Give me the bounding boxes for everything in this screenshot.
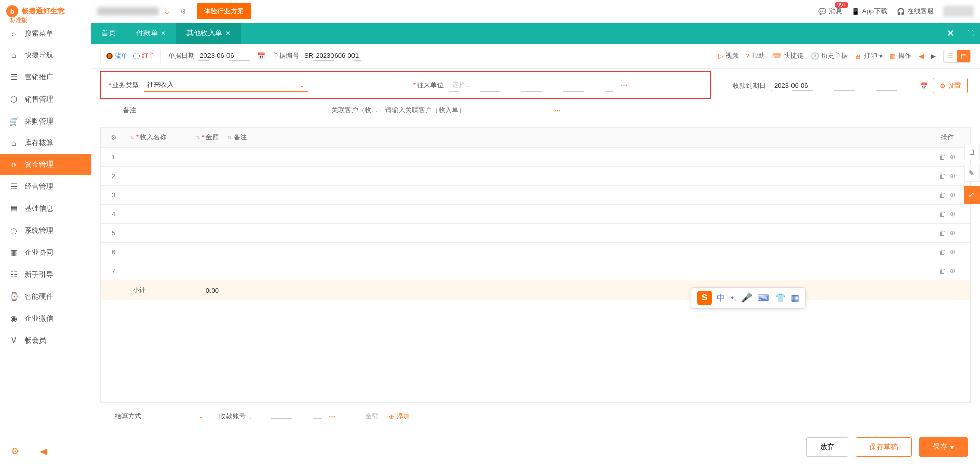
help-button[interactable]: ?帮助: [746, 51, 765, 60]
org-gear-icon[interactable]: ⚙: [180, 8, 186, 15]
close-icon[interactable]: ✕: [161, 30, 166, 37]
discard-button[interactable]: 放弃: [806, 437, 848, 457]
relcust-more-icon[interactable]: ⋯: [551, 107, 565, 114]
biztype-select[interactable]: 往来收入 ⌄: [144, 78, 308, 92]
delete-row-icon[interactable]: 🗑: [939, 248, 946, 256]
table-row[interactable]: 1🗑⊕: [101, 148, 970, 167]
view-card-button[interactable]: ▤: [957, 50, 970, 62]
tab-label: 其他收入单: [186, 29, 222, 38]
messages-button[interactable]: 💬 消息 99+: [818, 7, 842, 16]
expand-tool-icon[interactable]: ⤢: [964, 186, 980, 204]
red-bill-radio[interactable]: 红单: [133, 51, 155, 60]
settings-gear-icon[interactable]: ⚙: [11, 446, 19, 457]
ime-punct-icon[interactable]: •,: [731, 293, 736, 303]
sidebar-item[interactable]: ☰经营管理: [0, 175, 91, 197]
ime-logo-icon[interactable]: S: [697, 291, 712, 305]
table-row[interactable]: 4🗑⊕: [101, 205, 970, 224]
view-list-button[interactable]: ☰: [944, 50, 957, 62]
ime-keyboard-icon[interactable]: ⌨: [757, 293, 770, 304]
calendar-icon[interactable]: 📅: [257, 52, 265, 60]
video-button[interactable]: ▷视频: [718, 51, 739, 60]
close-all-tabs-icon[interactable]: ✕: [941, 28, 961, 39]
ime-menu-icon[interactable]: ▦: [791, 293, 799, 304]
note-tool-icon[interactable]: 🗒: [964, 144, 980, 160]
table-row[interactable]: 7🗑⊕: [101, 261, 970, 280]
print-button[interactable]: 🖨打印 ▾: [855, 51, 883, 60]
sidebar-item[interactable]: ☰营销推广: [0, 66, 91, 88]
calendar-icon[interactable]: 📅: [920, 82, 928, 90]
ime-lang[interactable]: 中: [717, 292, 725, 304]
doc-date-value[interactable]: 2023-06-06: [198, 51, 254, 61]
add-row-icon[interactable]: ⊕: [950, 248, 956, 256]
add-row-icon[interactable]: ⊕: [950, 267, 956, 275]
edition-label: 标准版: [10, 16, 27, 24]
sidebar-item[interactable]: ▤基础信息: [0, 197, 91, 219]
table-row[interactable]: 2🗑⊕: [101, 167, 970, 186]
delete-row-icon[interactable]: 🗑: [939, 229, 946, 237]
add-row-icon[interactable]: ⊕: [950, 191, 956, 199]
sidebar-item[interactable]: ☷新手引导: [0, 264, 91, 286]
add-row-icon[interactable]: ⊕: [950, 229, 956, 237]
sort-icon[interactable]: ⇅: [130, 135, 134, 140]
delete-row-icon[interactable]: 🗑: [939, 210, 946, 218]
history-button[interactable]: 🕘历史单据: [811, 51, 848, 60]
settle-acct-more-icon[interactable]: ⋯: [326, 413, 340, 420]
ops-button[interactable]: ▦操作: [890, 51, 911, 60]
sidebar-item[interactable]: ⌂库存核算: [0, 132, 91, 154]
app-download-button[interactable]: 📱 App下载: [851, 7, 887, 16]
sidebar-item-label: 系统管理: [25, 226, 53, 235]
pen-tool-icon[interactable]: ✎: [964, 165, 980, 182]
sort-icon[interactable]: ⇅: [227, 135, 232, 140]
blue-bill-radio[interactable]: 蓝单: [106, 51, 128, 60]
history-label: 历史单据: [821, 51, 848, 60]
sidebar-item[interactable]: ▥企业协同: [0, 241, 91, 264]
tab[interactable]: 付款单✕: [126, 23, 176, 44]
relcust-input[interactable]: [382, 104, 546, 116]
sidebar-item[interactable]: 🛒采购管理: [0, 110, 91, 132]
save-button[interactable]: 保存▾: [919, 437, 968, 457]
settings-button[interactable]: ⚙设置: [933, 78, 968, 93]
table-row[interactable]: 3🗑⊕: [101, 186, 970, 205]
settle-method-select[interactable]: ⌄: [145, 410, 207, 422]
delete-row-icon[interactable]: 🗑: [939, 172, 946, 180]
sidebar-item[interactable]: ⌚智能硬件: [0, 286, 91, 308]
settle-acct-select[interactable]: [250, 414, 322, 419]
sidebar-item[interactable]: ⬡销售管理: [0, 88, 91, 110]
user-avatar[interactable]: [943, 6, 974, 17]
online-service-button[interactable]: 🎧 在线客服: [896, 7, 934, 16]
prev-doc-button[interactable]: ◀: [919, 52, 924, 60]
sidebar-item[interactable]: V畅会员: [0, 330, 91, 351]
partner-more-icon[interactable]: ⋯: [618, 81, 632, 89]
sidebar-item[interactable]: ◌系统管理: [0, 219, 91, 241]
collapse-icon[interactable]: ◀: [40, 446, 47, 457]
tab[interactable]: 其他收入单✕: [176, 23, 241, 44]
delete-row-icon[interactable]: 🗑: [939, 267, 946, 275]
table-row[interactable]: 6🗑⊕: [101, 243, 970, 261]
add-row-icon[interactable]: ⊕: [950, 210, 956, 218]
close-icon[interactable]: ✕: [225, 30, 231, 37]
fullscreen-icon[interactable]: ⛶: [961, 30, 980, 37]
remark-input[interactable]: [141, 104, 305, 116]
ime-mic-icon[interactable]: 🎤: [741, 293, 752, 304]
delete-row-icon[interactable]: 🗑: [939, 153, 946, 161]
sidebar-item[interactable]: ⌾资金管理: [0, 154, 91, 175]
sort-icon[interactable]: ⇅: [196, 135, 200, 140]
delete-row-icon[interactable]: 🗑: [939, 191, 946, 199]
shortcut-button[interactable]: ⌨快捷键: [772, 51, 804, 60]
next-doc-button[interactable]: ▶: [931, 52, 936, 60]
tab[interactable]: 首页: [91, 23, 126, 44]
sidebar-item[interactable]: ⌕搜索菜单: [0, 23, 91, 45]
add-row-icon[interactable]: ⊕: [950, 153, 956, 161]
duedate-value[interactable]: 2023-06-06: [771, 80, 914, 91]
add-settle-button[interactable]: ⊕ 添加: [389, 412, 410, 421]
org-caret-icon[interactable]: ⌄: [164, 7, 170, 15]
sidebar-item[interactable]: ◉企业微信: [0, 308, 91, 330]
table-gear-header[interactable]: ⚙: [101, 128, 126, 148]
experience-button[interactable]: 体验行业方案: [197, 3, 251, 19]
table-row[interactable]: 5🗑⊕: [101, 224, 970, 243]
sidebar-item[interactable]: ⌂快捷导航: [0, 45, 91, 66]
add-row-icon[interactable]: ⊕: [950, 172, 956, 180]
ime-skin-icon[interactable]: 👕: [775, 293, 786, 304]
save-draft-button[interactable]: 保存草稿: [856, 437, 912, 457]
partner-select[interactable]: 选择...: [449, 78, 613, 92]
